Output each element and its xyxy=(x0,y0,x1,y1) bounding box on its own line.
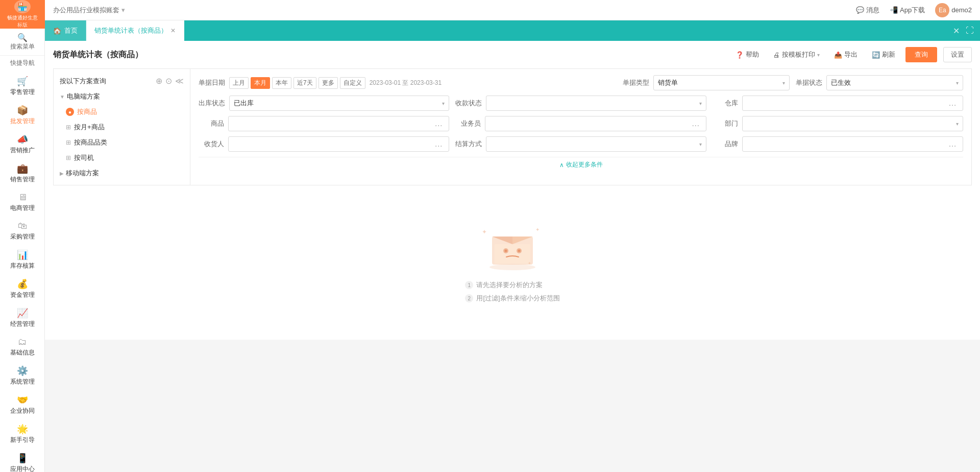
tab-close-icon[interactable]: ✕ xyxy=(170,28,176,34)
receipt-status-label: 收款状态 xyxy=(455,99,482,108)
brand-select[interactable]: … xyxy=(742,136,963,152)
sidebar-item-marketing[interactable]: 📣 营销推广 xyxy=(0,129,44,158)
content-wrapper: 按以下方案查询 ⊕ ⊙ ≪ ▼ 电脑端方案 ● 按商品 xyxy=(53,68,972,185)
product-select[interactable]: … xyxy=(228,116,449,131)
app-download-button[interactable]: 📲 App下载 xyxy=(890,6,925,15)
filter-field-doc-type: 单据类型 销货单 ▾ xyxy=(623,75,790,90)
tree-item-by-register[interactable]: ⊞ 按司机 xyxy=(54,150,190,166)
base-icon: 🗂 xyxy=(18,337,27,347)
department-select[interactable]: ▾ xyxy=(742,116,963,131)
tabbar: 🏠 首页 销货单统计表（按商品） ✕ ✕ ⛶ xyxy=(45,20,980,41)
sidebar-item-finance[interactable]: 💰 资金管理 xyxy=(0,273,44,302)
sidebar-item-enterprise[interactable]: 🤝 企业协同 xyxy=(0,389,44,418)
avatar: Ea xyxy=(935,3,949,17)
date-btn-more[interactable]: 更多 xyxy=(318,77,338,89)
sidebar: 🏪 畅捷通好生意 标版 🔍 搜索菜单 快捷导航 🛒 零售管理 📦 批发管理 📣 … xyxy=(0,0,45,472)
product-dots-icon[interactable]: … xyxy=(432,119,445,128)
user-menu[interactable]: Ea demo2 xyxy=(935,3,972,17)
date-btn-custom[interactable]: 自定义 xyxy=(340,77,365,89)
tree-item-by-product[interactable]: ● 按商品 xyxy=(54,104,190,120)
doc-type-chevron-icon: ▾ xyxy=(782,80,785,86)
sidebar-item-system[interactable]: ⚙️ 系统管理 xyxy=(0,360,44,389)
message-icon: 💬 xyxy=(856,6,864,14)
sidebar-item-wholesale[interactable]: 📦 批发管理 xyxy=(0,100,44,129)
finance-icon: 💰 xyxy=(17,278,28,290)
tree-section-desktop[interactable]: ▼ 电脑端方案 xyxy=(54,89,190,104)
wholesale-icon: 📦 xyxy=(17,105,28,116)
sidebar-item-operations[interactable]: 📈 经营管理 xyxy=(0,302,44,332)
sidebar-item-inventory[interactable]: 📊 库存核算 xyxy=(0,244,44,273)
expand-tab-button[interactable]: ⛶ xyxy=(966,26,974,35)
sidebar-item-ecommerce[interactable]: 🖥 电商管理 xyxy=(0,187,44,216)
appcenter-icon: 📱 xyxy=(17,453,28,464)
settlement-label: 结算方式 xyxy=(455,139,482,149)
tree-section-mobile[interactable]: ▶ 移动端方案 xyxy=(54,166,190,181)
tree-add-icon[interactable]: ⊕ xyxy=(156,76,162,86)
svg-rect-3 xyxy=(495,244,530,264)
receipt-status-select[interactable]: ▾ xyxy=(486,96,706,111)
settlement-chevron-icon: ▾ xyxy=(699,141,702,147)
consignee-label: 收货人 xyxy=(199,139,224,149)
date-btn-this-year[interactable]: 本年 xyxy=(272,77,291,89)
marketing-icon: 📣 xyxy=(17,134,28,145)
tree-controls: ⊕ ⊙ ≪ xyxy=(156,76,184,86)
query-button[interactable]: 查询 xyxy=(905,47,937,62)
svg-text:✦: ✦ xyxy=(528,261,531,266)
quick-nav[interactable]: 快捷导航 xyxy=(0,56,44,70)
tree-settings-icon[interactable]: ⊙ xyxy=(165,76,172,86)
filter-form: 单据日期 上月 本月 本年 近7天 更多 自定义 2023-03-01 至 20… xyxy=(190,69,971,185)
help-button[interactable]: ❓ 帮助 xyxy=(731,48,763,61)
doc-status-chevron-icon: ▾ xyxy=(956,80,959,86)
chevron-down-icon[interactable]: ▾ xyxy=(121,6,125,14)
sidebar-item-retail[interactable]: 🛒 零售管理 xyxy=(0,70,44,100)
export-icon: 📤 xyxy=(834,51,842,59)
main-area: 办公用品行业模拟账套 ▾ 💬 消息 📲 App下载 Ea demo2 🏠 xyxy=(45,0,980,472)
settings-button[interactable]: 设置 xyxy=(943,47,972,62)
receipt-status-chevron-icon: ▾ xyxy=(699,101,702,106)
print-template-button[interactable]: 🖨 按模板打印 ▾ xyxy=(769,48,824,61)
sidebar-item-sales[interactable]: 💼 销售管理 xyxy=(0,158,44,187)
brand-label: 品牌 xyxy=(713,139,738,149)
brand-dots-icon[interactable]: … xyxy=(946,139,959,149)
filter-field-product: 商品 … xyxy=(199,116,449,131)
warehouse-select[interactable]: … xyxy=(742,96,963,111)
tab-sales-stats[interactable]: 销货单统计表（按商品） ✕ xyxy=(86,20,184,41)
tab-home[interactable]: 🏠 首页 xyxy=(45,20,86,41)
settlement-select[interactable]: ▾ xyxy=(486,136,706,152)
salesperson-dots-icon[interactable]: … xyxy=(690,119,702,128)
tree-arrow-desktop: ▼ xyxy=(60,94,65,100)
retail-icon: 🛒 xyxy=(17,76,28,87)
date-btn-this-month[interactable]: 本月 xyxy=(251,77,270,89)
search-menu[interactable]: 🔍 搜索菜单 xyxy=(0,29,44,56)
close-tab-button[interactable]: ✕ xyxy=(953,26,960,36)
sidebar-item-purchase[interactable]: 🛍 采购管理 xyxy=(0,216,44,244)
sidebar-item-newbie[interactable]: 🌟 新手引导 xyxy=(0,418,44,447)
filter-tree-header: 按以下方案查询 ⊕ ⊙ ≪ xyxy=(54,73,190,89)
empty-text: 1 请先选择要分析的方案 2 用[过滤]条件来缩小分析范围 xyxy=(465,280,559,303)
sidebar-item-base[interactable]: 🗂 基础信息 xyxy=(0,332,44,360)
filter-field-department: 部门 ▾ xyxy=(713,116,963,131)
date-btn-last-month[interactable]: 上月 xyxy=(229,77,249,89)
tree-item-by-month-product[interactable]: ⊞ 按月+商品 xyxy=(54,120,190,135)
filter-field-consignee: 收货人 … xyxy=(199,136,449,152)
message-button[interactable]: 💬 消息 xyxy=(856,6,879,15)
date-btn-7days[interactable]: 近7天 xyxy=(293,77,316,89)
salesperson-select[interactable]: … xyxy=(485,116,706,131)
tree-collapse-icon[interactable]: ≪ xyxy=(175,76,184,86)
consignee-select[interactable]: … xyxy=(228,136,449,152)
consignee-dots-icon[interactable]: … xyxy=(432,139,445,149)
grid-icon-3: ⊞ xyxy=(66,154,71,161)
doc-type-select[interactable]: 销货单 ▾ xyxy=(653,75,790,90)
tree-item-by-product-cat[interactable]: ⊞ 按商品品类 xyxy=(54,135,190,150)
download-icon: 📲 xyxy=(890,6,898,14)
sidebar-item-appcenter[interactable]: 📱 应用中心 xyxy=(0,447,44,472)
warehouse-dots-icon[interactable]: … xyxy=(946,99,959,108)
refresh-icon: 🔄 xyxy=(872,51,880,59)
operations-icon: 📈 xyxy=(17,308,28,319)
out-status-select[interactable]: 已出库 ▾ xyxy=(229,96,449,111)
collapse-button[interactable]: ∧ 收起更多条件 xyxy=(199,157,963,172)
system-icon: ⚙️ xyxy=(17,365,28,376)
refresh-button[interactable]: 🔄 刷新 xyxy=(868,48,899,61)
doc-status-select[interactable]: 已生效 ▾ xyxy=(826,75,963,90)
export-button[interactable]: 📤 导出 xyxy=(830,48,862,61)
